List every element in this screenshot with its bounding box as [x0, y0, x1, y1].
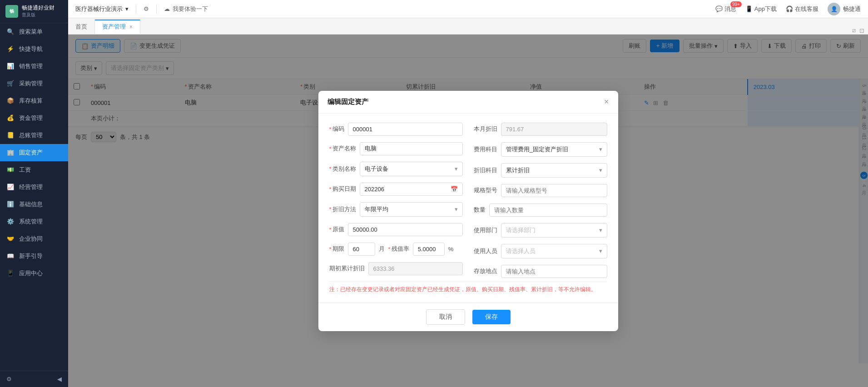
monthly-dep-input[interactable]: [501, 123, 607, 136]
message-btn[interactable]: 💬 消息 99+: [715, 5, 736, 13]
form-group-dep-method: * 折旧方法 年限平均 ▾: [329, 202, 463, 217]
settings-icon[interactable]: ⚙: [6, 376, 12, 382]
expense-subject-select[interactable]: 管理费用_固定资产折旧 ▾: [501, 142, 607, 157]
logo-text: 畅: [10, 8, 14, 15]
sidebar-item-quick-nav[interactable]: ⚡ 快捷导航: [0, 40, 68, 58]
sidebar-item-label-fixed-assets: 固定资产: [19, 149, 43, 157]
sidebar-item-system[interactable]: ⚙️ 系统管理: [0, 213, 68, 230]
inventory-icon: 📦: [6, 97, 15, 105]
purchase-date-label: * 购买日期: [329, 185, 356, 193]
collapse-icon[interactable]: ◀: [57, 376, 62, 382]
tabbar-actions: ⧄ ⊡: [848, 27, 868, 34]
guide-icon: 📖: [6, 252, 15, 260]
location-label: 存放地点: [474, 267, 497, 275]
sidebar-item-inventory[interactable]: 📦 库存核算: [0, 92, 68, 109]
base-info-icon: ℹ️: [6, 200, 15, 208]
sidebar-item-label-search: 搜索菜单: [19, 28, 43, 36]
dep-subject-chevron-icon: ▾: [599, 167, 602, 174]
location-input[interactable]: [501, 265, 607, 278]
user-name: 畅捷通: [843, 5, 861, 13]
app-subtitle: 普及版: [22, 12, 55, 18]
online-service-btn[interactable]: 🎧 在线客服: [786, 5, 818, 13]
cancel-label: 取消: [439, 313, 452, 320]
expense-subject-chevron-icon: ▾: [599, 146, 602, 153]
modal-close-btn[interactable]: ×: [604, 97, 609, 107]
sidebar-item-label-inventory: 库存核算: [19, 97, 43, 105]
modal-overlay: 编辑固定资产 × *: [68, 35, 868, 387]
company-selector[interactable]: 医疗器械行业演示 ▾: [75, 5, 129, 13]
modal-body: * 编码: [318, 114, 618, 303]
sidebar-item-search[interactable]: 🔍 搜索菜单: [0, 23, 68, 40]
quantity-input[interactable]: [489, 203, 607, 217]
search-icon: 🔍: [6, 28, 15, 36]
ledger-icon: 📒: [6, 131, 15, 139]
sidebar-item-label-quick-nav: 快捷导航: [19, 45, 43, 53]
tab-minimize-icon[interactable]: ⧄: [852, 27, 856, 34]
category-value: 电子设备: [365, 165, 388, 173]
sidebar-item-guide[interactable]: 📖 新手引导: [0, 248, 68, 265]
sidebar-item-sales[interactable]: 📊 销售管理: [0, 58, 68, 75]
sidebar-item-label-business: 经营管理: [19, 183, 43, 191]
topbar-right: 💬 消息 99+ 📱 App下载 🎧 在线客服 👤 畅捷通: [715, 3, 861, 15]
dep-method-value: 年限平均: [365, 205, 388, 213]
residual-rate-input[interactable]: [413, 243, 445, 256]
calendar-icon[interactable]: 📅: [451, 186, 458, 193]
sidebar-item-fixed-assets[interactable]: 🏢 固定资产: [0, 144, 68, 161]
sidebar-item-cooperation[interactable]: 🤝 企业协同: [0, 230, 68, 248]
department-label: 使用部门: [474, 226, 497, 234]
tab-home[interactable]: 首页: [68, 20, 95, 34]
department-select[interactable]: 请选择部门 ▾: [501, 223, 607, 238]
gear-icon[interactable]: ⚙: [144, 5, 149, 12]
monthly-dep-label: 本月折旧: [474, 125, 497, 133]
period-unit: 月: [379, 245, 385, 253]
app-download-btn[interactable]: 📱 App下载: [745, 5, 777, 13]
sidebar-item-purchase[interactable]: 🛒 采购管理: [0, 75, 68, 92]
initial-dep-input[interactable]: [368, 262, 463, 275]
name-input[interactable]: [360, 142, 463, 155]
tab-asset-management[interactable]: 资产管理 ×: [95, 20, 140, 34]
sidebar-item-label-purchase: 采购管理: [19, 79, 43, 88]
dep-subject-label: 折旧科目: [474, 166, 497, 174]
sidebar-item-business[interactable]: 📈 经营管理: [0, 179, 68, 196]
form-left-col: * 编码: [329, 123, 463, 278]
app-name-block: 畅捷通好业财 普及版: [22, 5, 55, 18]
fixed-assets-icon: 🏢: [6, 149, 15, 157]
main-area: 医疗器械行业演示 ▾ ⚙ ☁ 我要体验一下 💬 消息 99+ 📱 App下载: [68, 0, 868, 387]
code-input[interactable]: [348, 123, 463, 136]
sidebar-item-salary[interactable]: 💵 工资: [0, 161, 68, 179]
tab-maximize-icon[interactable]: ⊡: [859, 27, 864, 34]
person-label: 使用人员: [474, 247, 497, 255]
dep-subject-select[interactable]: 累计折旧 ▾: [501, 163, 607, 178]
sidebar-item-ledger[interactable]: 📒 总账管理: [0, 127, 68, 144]
form-group-monthly-dep: 本月折旧: [474, 123, 607, 136]
purchase-date-input[interactable]: [365, 186, 451, 193]
save-btn[interactable]: 保存: [472, 310, 511, 324]
user-menu[interactable]: 👤 畅捷通: [828, 3, 861, 15]
sidebar-item-app-center[interactable]: 📱 应用中心: [0, 265, 68, 282]
cancel-btn[interactable]: 取消: [426, 309, 465, 325]
form-group-name: * 资产名称: [329, 142, 463, 155]
service-icon: 🎧: [786, 5, 793, 12]
experience-btn[interactable]: ☁ 我要体验一下: [164, 5, 208, 13]
dep-method-select[interactable]: 年限平均 ▾: [360, 202, 463, 217]
sidebar-item-base-info[interactable]: ℹ️ 基础信息: [0, 196, 68, 213]
form-right-col: 本月折旧 费用科目: [474, 123, 607, 278]
topbar-divider: [136, 5, 136, 14]
quick-nav-icon: ⚡: [6, 45, 15, 53]
person-select[interactable]: 请选择人员 ▾: [501, 244, 607, 258]
save-label: 保存: [485, 313, 498, 320]
tab-close-icon[interactable]: ×: [129, 24, 133, 30]
sidebar-item-label-guide: 新手引导: [19, 252, 43, 260]
sidebar-item-finance[interactable]: 💰 资金管理: [0, 109, 68, 127]
modal-note: 注：已经存在变更记录或者对应固定资产已经生成凭证，原值、购买日期、残值率、累计折…: [329, 282, 607, 293]
original-value-input[interactable]: [348, 223, 463, 236]
category-select[interactable]: 电子设备 ▾: [360, 162, 463, 176]
cloud-icon: ☁: [164, 5, 170, 12]
form-group-purchase-date: * 购买日期 📅: [329, 183, 463, 196]
spec-input[interactable]: [501, 184, 607, 197]
online-service-label: 在线客服: [795, 5, 818, 13]
tab-asset-label: 资产管理: [102, 23, 126, 31]
modal-footer: 取消 保存: [318, 303, 618, 331]
period-input[interactable]: [348, 243, 375, 256]
note-text: 注：已经存在变更记录或者对应固定资产已经生成凭证，原值、购买日期、残值率、累计折…: [329, 286, 596, 293]
